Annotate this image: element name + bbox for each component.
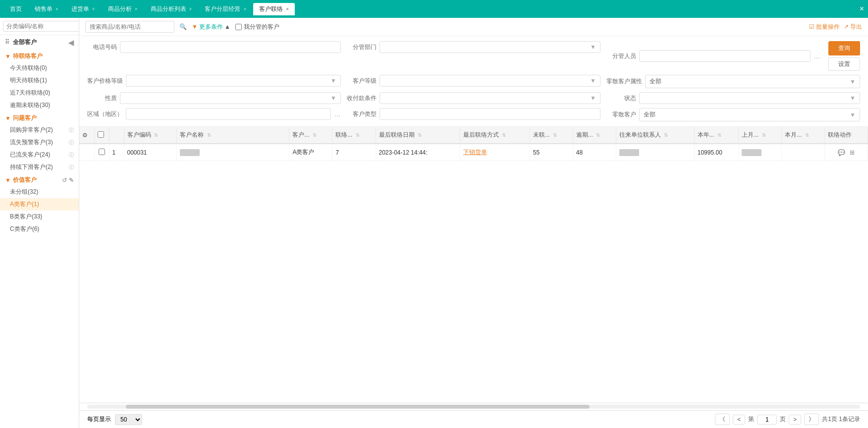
sidebar-item-c-class[interactable]: C类客户(6) (0, 223, 79, 235)
gear-icon-header[interactable]: ⚙ (82, 132, 88, 139)
sort-this-year-icon: ⇅ (717, 132, 721, 138)
input-region[interactable] (126, 108, 331, 120)
select-dept[interactable]: ▼ (380, 41, 600, 53)
sidebar-search-input[interactable] (3, 21, 79, 32)
section-pending: ▼ 待联络客户 (0, 50, 79, 62)
scroll-thumb[interactable] (126, 405, 590, 409)
action-chat-icon[interactable]: 💬 (838, 149, 845, 156)
select-price-level[interactable]: ▼ (126, 75, 341, 87)
sidebar-item-overdue[interactable]: 逾期未联络(30) (0, 99, 79, 111)
more-icon-region[interactable]: … (334, 110, 341, 118)
th-type[interactable]: 客户... ⇅ (289, 127, 332, 144)
th-check[interactable] (94, 127, 109, 144)
close-sales-icon[interactable]: × (55, 6, 58, 12)
sidebar-item-repurchase-abnormal[interactable]: 回购异常客户(2) ⓘ (0, 124, 79, 136)
close-customer-contact-icon[interactable]: × (286, 6, 289, 12)
th-this-year[interactable]: 本年... ⇅ (694, 127, 738, 144)
select-payment[interactable]: ▼ (380, 92, 600, 104)
table-header: ⚙ 客户编码 ⇅ 客户名称 ⇅ (79, 127, 868, 144)
th-name[interactable]: 客户名称 ⇅ (177, 127, 289, 144)
tab-customer-tier[interactable]: 客户分层经营 × (199, 3, 252, 15)
page-size-select[interactable]: 10 20 50 100 (115, 414, 142, 425)
next-page-btn[interactable]: > (789, 415, 801, 425)
sidebar-item-7days[interactable]: 近7天待联络(0) (0, 87, 79, 99)
input-manager[interactable] (639, 50, 811, 62)
sidebar-item-tomorrow[interactable]: 明天待联络(1) (0, 74, 79, 87)
input-customer-type[interactable] (380, 108, 600, 120)
table-body: 1 000031 Ea A类客户 7 2023-04-12 14:44: 下销货… (79, 144, 868, 161)
input-phone[interactable] (120, 41, 341, 53)
sidebar-item-churned[interactable]: 已流失客户(24) ⓘ (0, 149, 79, 161)
close-goods-analysis-icon[interactable]: × (135, 6, 138, 12)
action-qr-icon[interactable]: ⊞ (850, 149, 855, 156)
prev-page-btn[interactable]: < (733, 415, 745, 425)
row-overdue: 48 (573, 144, 616, 161)
row-check[interactable] (94, 144, 109, 161)
close-customer-tier-icon[interactable]: × (243, 6, 246, 12)
select-scatter-attr[interactable]: 全部 ▼ (645, 75, 860, 88)
page-input[interactable] (757, 415, 777, 425)
tab-goods-list[interactable]: 商品分析列表 × (145, 3, 198, 15)
select-nature[interactable]: ▼ (120, 92, 341, 104)
label-payment: 收付款条件 (347, 94, 377, 103)
more-icon-manager[interactable]: … (814, 52, 820, 60)
select-all-checkbox[interactable] (98, 131, 104, 138)
select-status[interactable]: ▼ (639, 92, 860, 104)
filter-search-btn[interactable]: 🔍 (179, 23, 187, 30)
filter-search-input[interactable] (85, 21, 174, 33)
first-page-btn[interactable]: 《 (715, 414, 730, 425)
th-last-month[interactable]: 上月... ⇅ (739, 127, 782, 144)
select-scatter[interactable]: 全部 ▼ (639, 108, 860, 121)
sidebar-item-declining[interactable]: 持续下滑客户(2) ⓘ (0, 161, 79, 173)
last-page-btn[interactable]: 》 (804, 414, 819, 425)
filter-toolbar: 🔍 ▼ 更多条件 ▲ 我分管的客户 ☑ 批量操作 ↗ 导出 (79, 18, 868, 36)
th-this-month[interactable]: 本月... ⇅ (782, 127, 825, 144)
my-customers-checkbox[interactable]: 我分管的客户 (235, 23, 279, 31)
filter-more-btn[interactable]: ▼ 更多条件 ▲ (192, 23, 230, 31)
sidebar-item-b-class[interactable]: B类客户(33) (0, 211, 79, 223)
close-purchase-icon[interactable]: × (92, 6, 95, 12)
filter-row-customer-level: 客户等级 ▼ (347, 75, 600, 87)
horizontal-scrollbar[interactable] (79, 403, 868, 410)
batch-op-btn[interactable]: ☑ 批量操作 (809, 23, 840, 31)
th-gear[interactable]: ⚙ (79, 127, 94, 144)
query-btn[interactable]: 查询 (828, 41, 860, 55)
close-all-btn[interactable]: × (860, 4, 864, 13)
th-contacts[interactable]: 联络... ⇅ (332, 127, 376, 144)
tab-home[interactable]: 首页 (4, 3, 28, 15)
th-last-date[interactable]: 最后联络日期 ⇅ (376, 127, 460, 144)
th-seq (109, 127, 124, 144)
th-last-method[interactable]: 最后联络方式 ⇅ (460, 127, 530, 144)
sidebar-item-today[interactable]: 今天待联络(0) (0, 62, 79, 74)
tab-purchase[interactable]: 进货单 × (65, 3, 101, 15)
row-type: A类客户 (289, 144, 332, 161)
my-customers-check[interactable] (235, 24, 242, 30)
th-unit-contact[interactable]: 往来单位联系人 ⇅ (616, 127, 694, 144)
th-overdue[interactable]: 逾期... ⇅ (573, 127, 616, 144)
export-btn[interactable]: ↗ 导出 (844, 23, 862, 31)
sidebar-item-ungrouped[interactable]: 未分组(32) (0, 186, 79, 198)
th-contacts-label: 联络... (335, 131, 352, 138)
tab-sales[interactable]: 销售单 × (29, 3, 64, 15)
value-refresh-icon[interactable]: ↺ (62, 177, 67, 184)
sidebar-item-churn-warning[interactable]: 流失预警客户(3) ⓘ (0, 136, 79, 149)
row-checkbox[interactable] (99, 149, 105, 155)
tab-goods-analysis[interactable]: 商品分析 × (102, 3, 144, 15)
row-action[interactable]: 💬 ⊞ (825, 144, 868, 161)
tab-customer-contact[interactable]: 客户联络 × (253, 3, 295, 15)
th-uncontacted[interactable]: 未联... ⇅ (530, 127, 573, 144)
close-goods-list-icon[interactable]: × (189, 6, 192, 12)
sidebar-item-a-class[interactable]: A类客户(1) (0, 198, 79, 211)
last-method-link[interactable]: 下销货单 (463, 149, 487, 156)
sort-contacts-icon: ⇅ (356, 132, 360, 138)
settings-btn[interactable]: 设置 (828, 57, 860, 71)
sidebar-all-customers[interactable]: ⠿ 全部客户 ◀ (0, 35, 79, 50)
value-edit-icon[interactable]: ✎ (69, 177, 74, 184)
th-uncontacted-label: 未联... (533, 131, 550, 138)
row-uncontacted: 55 (530, 144, 573, 161)
content-area: 🔍 ▼ 更多条件 ▲ 我分管的客户 ☑ 批量操作 ↗ 导出 (79, 18, 868, 428)
row-last-method[interactable]: 下销货单 (460, 144, 530, 161)
filter-row-scatter-attr: 零散客户属性 全部 ▼ (606, 75, 860, 88)
th-code[interactable]: 客户编码 ⇅ (124, 127, 177, 144)
select-customer-level[interactable]: ▼ (380, 75, 600, 87)
